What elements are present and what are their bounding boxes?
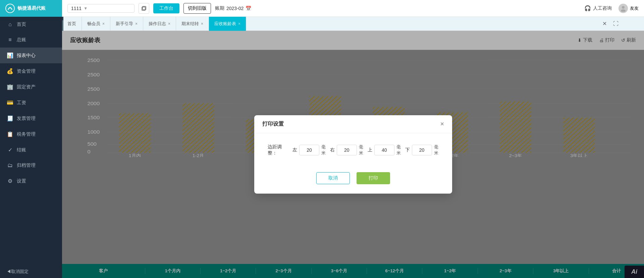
- tab-yearend[interactable]: 期末结转 ×: [176, 17, 209, 31]
- tab-oplog-close[interactable]: ×: [168, 21, 170, 26]
- margin-bottom-input[interactable]: [412, 145, 432, 155]
- settings-icon: ⚙: [7, 178, 13, 184]
- tab-aging-close[interactable]: ×: [238, 21, 240, 26]
- tab-bar: 首页 畅会员 × 新手引导 × 操作日志 × 期末结转 × 应收账龄表 ×: [62, 17, 644, 31]
- sidebar-item-settle[interactable]: ✓ 结账: [0, 142, 62, 158]
- ledger-icon: ≡: [7, 37, 13, 43]
- headset-icon: 🎧: [584, 5, 591, 11]
- sidebar-item-reports[interactable]: 📊 报表中心: [0, 48, 62, 63]
- cancel-button[interactable]: 取消: [316, 172, 350, 184]
- tab-oplog-label: 操作日志: [149, 21, 166, 27]
- user-avatar: [619, 4, 628, 13]
- sidebar-label-assets: 固定资产: [17, 84, 36, 90]
- tab-guide-label: 新手引导: [116, 21, 133, 27]
- user-area[interactable]: 友友: [619, 4, 639, 13]
- margin-top-input[interactable]: [374, 145, 394, 155]
- left-unit-label: 毫米: [321, 144, 326, 156]
- header-right: 🎧 人工咨询 友友: [584, 4, 639, 13]
- salary-icon: 💳: [7, 99, 13, 106]
- sidebar-item-tax[interactable]: 📋 税务管理: [0, 126, 62, 142]
- home-icon: ⌂: [7, 21, 13, 27]
- modal-overlay: 打印设置 × 边距调整： 左 毫米 右: [62, 31, 644, 278]
- tab-guide-close[interactable]: ×: [135, 21, 138, 26]
- sidebar-item-funds[interactable]: 💰 资金管理: [0, 63, 62, 79]
- tab-maximize-button[interactable]: ⛶: [611, 19, 621, 28]
- bottom-unit-label: 毫米: [434, 144, 439, 156]
- tax-icon: 📋: [7, 131, 13, 137]
- sidebar-label-reports: 报表中心: [17, 53, 36, 59]
- sidebar-label-funds: 资金管理: [17, 68, 36, 74]
- sidebar-label-invoice: 发票管理: [17, 116, 36, 122]
- right-unit-label: 毫米: [359, 144, 364, 156]
- modal-close-button[interactable]: ×: [440, 121, 444, 128]
- avatar-icon: [620, 5, 627, 12]
- tab-home[interactable]: 首页: [62, 17, 82, 31]
- tab-guide[interactable]: 新手引导 ×: [110, 17, 143, 31]
- margin-right-group: 右 毫米: [330, 144, 364, 156]
- modal-header: 打印设置 ×: [254, 115, 452, 133]
- sidebar-item-invoice[interactable]: 🧾 发票管理: [0, 111, 62, 126]
- company-name: 1111: [71, 6, 82, 11]
- sidebar-label-tax: 税务管理: [17, 131, 36, 137]
- sidebar-label-settle: 结账: [17, 147, 26, 153]
- tab-close-all-button[interactable]: ✕: [600, 19, 609, 28]
- print-dialog: 打印设置 × 边距调整： 左 毫米 右: [254, 115, 452, 194]
- margin-right-input[interactable]: [337, 145, 357, 155]
- margin-bottom-group: 下 毫米: [405, 144, 439, 156]
- margin-top-group: 上 毫米: [368, 144, 401, 156]
- sidebar-item-assets[interactable]: 🏢 固定资产: [0, 79, 62, 95]
- sidebar-item-settings[interactable]: ⚙ 设置: [0, 173, 62, 189]
- sidebar-label-home: 首页: [17, 21, 26, 27]
- sidebar-item-ledger[interactable]: ≡ 总账: [0, 32, 62, 48]
- settle-icon: ✓: [7, 147, 13, 153]
- sidebar-item-home[interactable]: ⌂ 首页: [0, 17, 62, 32]
- period-value: 2023-02: [226, 6, 244, 11]
- copy-icon: [141, 6, 147, 11]
- sidebar-label-ledger: 总账: [17, 37, 26, 43]
- consultant-area[interactable]: 🎧 人工咨询: [584, 5, 612, 11]
- confirm-print-button[interactable]: 打印: [357, 172, 390, 184]
- bottom-direction-label: 下: [405, 147, 410, 153]
- reports-icon: 📊: [7, 52, 13, 59]
- consultant-label: 人工咨询: [593, 5, 612, 11]
- period-label: 账期: [215, 5, 224, 11]
- sidebar-item-archive[interactable]: 🗂 归档管理: [0, 158, 62, 173]
- sidebar-item-salary[interactable]: 💳 工资: [0, 95, 62, 111]
- sidebar-collapse-button[interactable]: ◀取消固定: [0, 265, 62, 278]
- page-content: 应收账龄表 ⬇ 下载 🖨 打印 ↺ 刷新: [62, 31, 644, 278]
- assets-icon: 🏢: [7, 84, 13, 90]
- copy-icon-button[interactable]: [139, 3, 149, 14]
- top-direction-label: 上: [368, 147, 372, 153]
- funds-icon: 💰: [7, 68, 13, 74]
- period-area: 账期 2023-02 📅: [215, 5, 251, 11]
- sidebar-label-salary: 工资: [17, 100, 26, 106]
- margin-left-input[interactable]: [299, 145, 319, 155]
- tab-vip-label: 畅会员: [87, 21, 100, 27]
- sidebar-label-archive: 归档管理: [17, 162, 36, 168]
- logo-icon: [5, 4, 15, 13]
- tab-yearend-close[interactable]: ×: [201, 21, 203, 26]
- tab-vip[interactable]: 畅会员 ×: [82, 17, 110, 31]
- tab-aging-label: 应收账龄表: [214, 21, 236, 27]
- tab-vip-close[interactable]: ×: [102, 21, 105, 26]
- invoice-icon: 🧾: [7, 115, 13, 122]
- modal-footer: 取消 打印: [254, 167, 452, 194]
- switch-old-button[interactable]: 切到旧版: [183, 3, 211, 14]
- svg-point-0: [6, 4, 14, 13]
- svg-point-3: [622, 6, 625, 9]
- calendar-icon[interactable]: 📅: [246, 6, 251, 11]
- left-direction-label: 左: [292, 147, 297, 153]
- logo-text: 畅捷通易代账: [17, 5, 46, 11]
- margin-row: 边距调整： 左 毫米 右 毫米: [268, 144, 439, 156]
- right-direction-label: 右: [330, 147, 335, 153]
- workbench-button[interactable]: 工作台: [153, 3, 179, 13]
- sidebar-bottom-label: ◀取消固定: [7, 269, 29, 275]
- tab-aging[interactable]: 应收账龄表 ×: [209, 17, 246, 31]
- sidebar: ⌂ 首页 ≡ 总账 📊 报表中心 💰 资金管理 🏢 固定资产 💳 工资: [0, 17, 62, 278]
- sidebar-label-settings: 设置: [17, 178, 26, 184]
- company-select[interactable]: 1111 ▼: [67, 4, 135, 13]
- logo-area: 畅捷通易代账: [0, 0, 62, 17]
- tab-oplog[interactable]: 操作日志 ×: [143, 17, 176, 31]
- svg-point-4: [621, 9, 626, 12]
- archive-icon: 🗂: [7, 162, 13, 168]
